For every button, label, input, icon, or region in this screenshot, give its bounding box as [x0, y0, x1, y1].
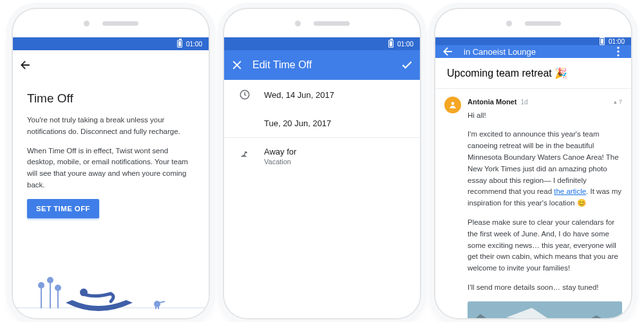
device-earpiece: [224, 9, 420, 37]
intro-paragraph-1: You're not truly taking a break unless y…: [27, 115, 194, 138]
svg-point-16: [451, 102, 455, 105]
svg-point-2: [39, 283, 44, 288]
svg-point-6: [55, 285, 61, 290]
battery-icon: [388, 40, 393, 48]
post-greeting: Hi all!: [468, 110, 622, 122]
relax-illustration: [13, 264, 209, 318]
intro-paragraph-2: When Time Off is in effect, Twist wont s…: [27, 146, 194, 191]
battery-icon: [177, 40, 182, 48]
status-time: 01:00: [609, 38, 625, 45]
status-bar: 01:00: [224, 37, 420, 50]
confirm-icon[interactable]: [401, 59, 413, 71]
channel-name[interactable]: in Canoeist Lounge: [464, 47, 603, 57]
post-paragraph-2: Please make sure to clear your calendars…: [468, 217, 622, 274]
more-icon[interactable]: [612, 45, 625, 58]
thread-title: Upcoming team retreat 🎉: [435, 58, 631, 89]
app-bar-title: Edit Time Off: [252, 59, 392, 71]
phone-time-off-intro: 01:00 Time Off You're not truly taking a…: [13, 9, 209, 318]
status-time: 01:00: [186, 41, 202, 48]
post-paragraph-1: I'm excited to announce this year's team…: [468, 129, 622, 209]
back-icon[interactable]: [19, 59, 32, 71]
end-date-value: Tue, 20 Jun, 2017: [264, 118, 331, 128]
post-photo[interactable]: [468, 301, 622, 318]
article-link[interactable]: the article: [554, 187, 586, 195]
start-date-row[interactable]: Wed, 14 Jun, 2017: [224, 80, 420, 109]
battery-icon: [600, 37, 605, 45]
status-bar: 01:00: [13, 37, 209, 50]
set-time-off-button[interactable]: SET TIME OFF: [27, 199, 99, 218]
phone-thread: 01:00 in Canoeist Lounge Upcoming team r…: [435, 9, 631, 318]
svg-rect-17: [468, 301, 622, 318]
svg-point-8: [154, 301, 160, 307]
start-date-value: Wed, 14 Jun, 2017: [264, 90, 334, 100]
end-date-row[interactable]: Tue, 20 Jun, 2017: [224, 109, 420, 137]
post-author[interactable]: Antonia Monet: [468, 97, 516, 108]
svg-point-14: [617, 50, 619, 52]
app-bar: Edit Time Off: [224, 50, 420, 80]
device-earpiece: [13, 9, 209, 37]
avatar[interactable]: [444, 97, 461, 113]
away-for-row[interactable]: Away for Vacation: [224, 138, 420, 175]
svg-point-15: [617, 54, 619, 56]
device-earpiece: [435, 9, 631, 37]
app-bar: in Canoeist Lounge: [435, 45, 631, 58]
thread-post: Antonia Monet 1d ▴ 7 Hi all! I'm excited…: [435, 89, 631, 318]
back-icon[interactable]: [442, 45, 455, 58]
post-reply-count: ▴ 7: [614, 98, 622, 107]
post-paragraph-3: I'll send more details soon… stay tuned!: [468, 282, 622, 294]
clock-icon: [238, 89, 251, 100]
svg-point-4: [48, 278, 53, 283]
post-time: 1d: [520, 97, 527, 107]
vacation-icon: [238, 148, 251, 160]
app-bar: [13, 50, 209, 80]
status-bar: 01:00: [435, 37, 631, 45]
away-for-value: Vacation: [264, 158, 296, 166]
page-title: Time Off: [27, 91, 194, 106]
svg-point-13: [617, 47, 619, 49]
status-time: 01:00: [397, 41, 413, 48]
away-for-label: Away for: [264, 147, 296, 156]
phone-edit-time-off: 01:00 Edit Time Off Wed, 14 Jun, 2017 Tu…: [224, 9, 420, 318]
close-icon[interactable]: [231, 59, 243, 71]
